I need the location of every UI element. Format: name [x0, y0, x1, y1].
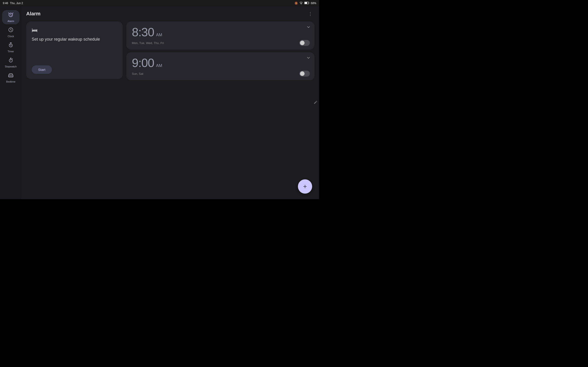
main-container: Alarm Clock Timer: [0, 6, 319, 199]
alarm-expand-button-1[interactable]: [306, 25, 311, 31]
timer-icon: [8, 42, 14, 49]
sidebar-stopwatch-label: Stopwatch: [5, 65, 17, 68]
wakeup-text: Set up your regular wakeup schedule: [32, 36, 117, 42]
bedtime-icon: [8, 73, 14, 79]
alarm-time-row-1: 8:30 AM: [132, 25, 310, 39]
content-area: Alarm ⋮ 🛏 Set up your regular wakeup sch…: [22, 6, 319, 199]
alarm-ampm-1: AM: [156, 33, 162, 37]
bed-icon: 🛏: [32, 27, 117, 34]
svg-point-0: [301, 4, 301, 4]
edit-icon: [313, 100, 318, 105]
sidebar-item-stopwatch[interactable]: Stopwatch: [2, 56, 19, 70]
alarm-days-2: Sun, Sat: [132, 72, 143, 75]
left-panel: 🛏 Set up your regular wakeup schedule St…: [26, 22, 123, 195]
sidebar: Alarm Clock Timer: [0, 6, 22, 199]
right-panel: 8:30 AM Mon, Tue, Wed, Thu, Fri: [126, 22, 314, 195]
sidebar-item-alarm[interactable]: Alarm: [2, 10, 19, 24]
sidebar-clock-label: Clock: [8, 35, 14, 38]
battery-percent: 68%: [311, 2, 316, 5]
more-options-button[interactable]: ⋮: [306, 10, 314, 17]
alarm-days-row-2: Sun, Sat: [132, 71, 310, 77]
alarm-icon: [8, 12, 14, 19]
alarm-time-row-2: 9:00 AM: [132, 56, 310, 70]
status-date: Thu, Jun 2: [10, 2, 23, 5]
wifi-icon: [299, 2, 303, 5]
alarm-days-1: Mon, Tue, Wed, Thu, Fri: [132, 41, 164, 45]
svg-rect-2: [309, 2, 309, 3]
stopwatch-icon: [8, 57, 14, 64]
start-button[interactable]: Start: [32, 65, 52, 74]
alarm-card-1: 8:30 AM Mon, Tue, Wed, Thu, Fri: [126, 22, 314, 50]
page-title: Alarm: [26, 11, 40, 17]
alarm-time-1: 8:30: [132, 25, 154, 39]
sidebar-timer-label: Timer: [8, 50, 14, 53]
wakeup-card: 🛏 Set up your regular wakeup schedule St…: [26, 22, 123, 79]
mute-icon: 🔕: [294, 2, 298, 5]
alarm-ampm-2: AM: [156, 63, 162, 68]
alarm-toggle-1[interactable]: [299, 40, 310, 46]
sidebar-item-bedtime[interactable]: Bedtime: [2, 71, 19, 85]
alarm-time-2: 9:00: [132, 56, 154, 70]
battery-status: [304, 2, 309, 5]
sidebar-item-timer[interactable]: Timer: [2, 40, 19, 55]
alarm-expand-button-2[interactable]: [306, 56, 311, 61]
alarm-toggle-2[interactable]: [299, 71, 310, 77]
alarm-card-2: 9:00 AM Sun, Sat: [126, 52, 314, 80]
sidebar-item-clock[interactable]: Clock: [2, 25, 19, 40]
status-time: 9:46: [3, 2, 8, 5]
page-header: Alarm ⋮: [26, 10, 314, 17]
sidebar-bedtime-label: Bedtime: [6, 80, 15, 83]
svg-rect-3: [304, 2, 307, 4]
clock-icon: [8, 27, 14, 34]
add-alarm-fab[interactable]: +: [298, 179, 312, 194]
alarm-days-row-1: Mon, Tue, Wed, Thu, Fri: [132, 40, 310, 46]
sidebar-alarm-label: Alarm: [8, 20, 14, 23]
status-bar: 9:46 Thu, Jun 2 🔕 68%: [0, 0, 319, 6]
content-columns: 🛏 Set up your regular wakeup schedule St…: [26, 22, 314, 195]
